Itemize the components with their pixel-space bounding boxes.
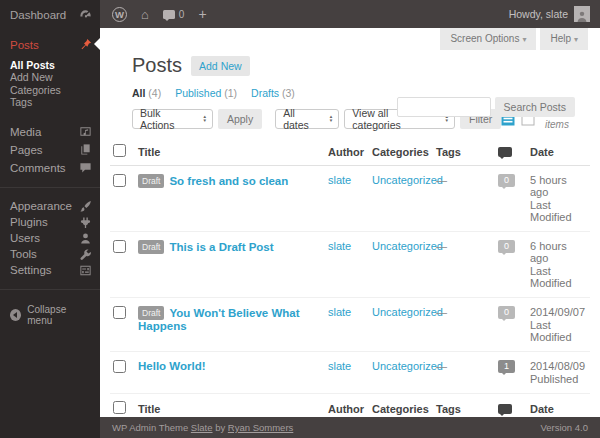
view-drafts-link[interactable]: Drafts (3) xyxy=(251,87,295,99)
submenu-item-all-posts[interactable]: All Posts xyxy=(10,59,100,71)
add-new-button[interactable]: Add New xyxy=(191,56,250,76)
submenu-item-tags[interactable]: Tags xyxy=(10,96,100,108)
search-input[interactable] xyxy=(397,97,491,117)
author-link[interactable]: slate xyxy=(328,240,351,252)
select-arrows-icon: ▲▼ xyxy=(202,115,206,123)
column-date[interactable]: Date xyxy=(530,146,590,158)
view-all-link[interactable]: All (4) xyxy=(132,87,161,99)
column-categories[interactable]: Categories xyxy=(372,403,436,415)
post-title-link[interactable]: Hello World! xyxy=(138,360,206,372)
bulk-actions-select[interactable]: Bulk Actions▲▼ xyxy=(132,109,213,129)
sidebar-item-label: Comments xyxy=(10,162,66,174)
sidebar-item-appearance[interactable]: Appearance xyxy=(0,198,100,214)
row-checkbox[interactable] xyxy=(113,360,126,373)
submenu-item-add-new[interactable]: Add New xyxy=(10,71,100,83)
theme-link[interactable]: Slate xyxy=(191,422,213,433)
tags-value: — xyxy=(436,360,494,372)
column-title[interactable]: Title xyxy=(138,403,328,415)
select-all-checkbox[interactable] xyxy=(113,144,126,157)
column-categories[interactable]: Categories xyxy=(372,146,436,158)
sidebar-item-comments[interactable]: Comments xyxy=(0,159,100,176)
column-author[interactable]: Author xyxy=(328,146,372,158)
author-link[interactable]: slate xyxy=(328,306,351,318)
table-row: Hello World! slate Uncategorized — 1 201… xyxy=(110,352,590,394)
topbar-comment-count: 0 xyxy=(179,9,185,20)
view-published-link[interactable]: Published (1) xyxy=(175,87,237,99)
collapse-menu-button[interactable]: Collapse menu xyxy=(0,304,100,326)
howdy-label: Howdy, slate xyxy=(509,8,568,20)
comment-count-bubble[interactable]: 0 xyxy=(498,240,515,253)
new-content-icon[interactable]: + xyxy=(198,7,206,21)
comment-bubble-icon xyxy=(163,10,175,19)
paintbrush-icon xyxy=(79,200,92,213)
sidebar-lower-group: Appearance Plugins Users Tools xyxy=(0,198,100,278)
select-all-checkbox[interactable] xyxy=(113,401,126,414)
comment-count: 0 xyxy=(504,241,509,251)
topbar-comments-button[interactable]: 0 xyxy=(163,9,185,20)
sidebar-item-media[interactable]: Media xyxy=(0,123,100,140)
comment-count-bubble[interactable]: 0 xyxy=(498,306,515,319)
row-checkbox[interactable] xyxy=(113,306,126,319)
submenu-item-categories[interactable]: Categories xyxy=(10,84,100,96)
post-date: 2014/09/07 xyxy=(530,306,584,318)
sidebar-item-pages[interactable]: Pages xyxy=(0,141,100,158)
sidebar-item-posts[interactable]: Posts xyxy=(0,36,100,53)
comment-count-bubble[interactable]: 0 xyxy=(498,174,515,187)
category-link[interactable]: Uncategorized xyxy=(372,360,443,372)
screen-meta-tabs: Screen Options▾ Help▾ xyxy=(440,28,588,50)
table-row: DraftYou Won't Believe What Happens slat… xyxy=(110,298,590,352)
page-title: Posts xyxy=(132,54,182,77)
topbar-account-menu[interactable]: Howdy, slate xyxy=(509,6,590,22)
screen-options-label: Screen Options xyxy=(450,33,519,44)
sidebar-item-label: Tools xyxy=(10,248,37,260)
row-checkbox[interactable] xyxy=(113,174,126,187)
column-tags[interactable]: Tags xyxy=(436,146,494,158)
category-link[interactable]: Uncategorized xyxy=(372,240,443,252)
post-title-link[interactable]: So fresh and so clean xyxy=(169,175,288,187)
comments-column-icon[interactable] xyxy=(498,147,512,157)
post-title-link[interactable]: This is a Draft Post xyxy=(169,241,273,253)
comment-count: 1 xyxy=(504,361,509,371)
help-button[interactable]: Help▾ xyxy=(540,28,588,50)
posts-table: Title Author Categories Tags Date DraftS… xyxy=(110,138,590,422)
post-date: 2014/08/09 xyxy=(530,360,584,372)
tags-value: — xyxy=(436,306,494,318)
post-status: Published xyxy=(530,373,584,385)
sidebar-item-plugins[interactable]: Plugins xyxy=(0,214,100,230)
column-author[interactable]: Author xyxy=(328,403,372,415)
search-box: Search Posts xyxy=(397,97,575,117)
apply-button[interactable]: Apply xyxy=(218,109,262,129)
sidebar-group-posts: Posts All Posts Add New Categories Tags xyxy=(0,36,100,110)
theme-author-link[interactable]: Ryan Sommers xyxy=(228,422,293,433)
sidebar-item-label: Appearance xyxy=(10,200,72,212)
search-posts-button[interactable]: Search Posts xyxy=(495,97,575,117)
sidebar-item-label: Media xyxy=(10,126,41,138)
screen-options-button[interactable]: Screen Options▾ xyxy=(440,28,536,50)
view-label: Drafts xyxy=(251,87,279,99)
pushpin-icon xyxy=(79,38,92,51)
comments-column-icon[interactable] xyxy=(498,404,512,414)
category-link[interactable]: Uncategorized xyxy=(372,306,443,318)
footer-credit: WP Admin Theme Slate by Ryan Sommers xyxy=(112,422,293,433)
sidebar-item-label: Users xyxy=(10,232,40,244)
sidebar-item-users[interactable]: Users xyxy=(0,230,100,246)
sidebar-item-settings[interactable]: Settings xyxy=(0,262,100,278)
author-link[interactable]: slate xyxy=(328,174,351,186)
admin-sidebar: Dashboard Posts All Posts Add New Catego… xyxy=(0,0,100,438)
author-link[interactable]: slate xyxy=(328,360,351,372)
wordpress-logo-icon[interactable]: W xyxy=(112,7,127,22)
column-tags[interactable]: Tags xyxy=(436,403,494,415)
sidebar-item-tools[interactable]: Tools xyxy=(0,246,100,262)
media-icon xyxy=(79,125,92,138)
column-title[interactable]: Title xyxy=(138,146,328,158)
date-filter-select[interactable]: All dates▲▼ xyxy=(275,109,339,129)
row-checkbox[interactable] xyxy=(113,240,126,253)
post-date: 6 hours ago xyxy=(530,240,584,264)
comment-count-bubble[interactable]: 1 xyxy=(498,360,515,373)
sidebar-item-dashboard[interactable]: Dashboard xyxy=(0,6,100,23)
view-site-icon[interactable]: ⌂ xyxy=(141,8,149,21)
category-link[interactable]: Uncategorized xyxy=(372,174,443,186)
column-date[interactable]: Date xyxy=(530,403,590,415)
post-status: Last Modified xyxy=(530,199,584,223)
sidebar-separator xyxy=(0,289,100,290)
